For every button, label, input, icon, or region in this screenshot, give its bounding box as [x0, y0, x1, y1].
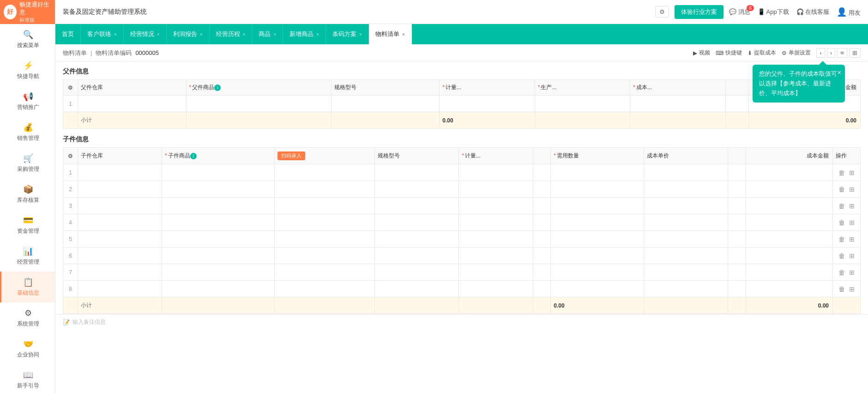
- child-spec-1[interactable]: [375, 164, 459, 181]
- delete-icon-8[interactable]: 🗑: [838, 285, 845, 293]
- single-settings-btn[interactable]: ⚙ 单据设置: [782, 49, 811, 57]
- navtab-5[interactable]: 商品×: [252, 24, 283, 44]
- child-unit-2[interactable]: [459, 181, 533, 198]
- child-product-4[interactable]: [162, 214, 274, 231]
- child-unit-6[interactable]: [459, 248, 533, 264]
- copy-icon-6[interactable]: ⊞: [849, 252, 855, 260]
- child-qty-2[interactable]: [551, 181, 644, 198]
- child-qty-1[interactable]: [551, 164, 644, 181]
- copy-icon-3[interactable]: ⊞: [849, 202, 855, 210]
- parent-warehouse-1[interactable]: [78, 96, 187, 112]
- copy-icon-8[interactable]: ⊞: [849, 285, 855, 293]
- child-spec-4[interactable]: [375, 214, 459, 231]
- navtab-close-6[interactable]: ×: [316, 32, 319, 37]
- online-service[interactable]: 🎧 在线客服: [796, 8, 830, 16]
- child-product-3[interactable]: [162, 198, 274, 214]
- tooltip-close-btn[interactable]: ×: [838, 67, 841, 78]
- note-placeholder[interactable]: 输入备注信息: [72, 318, 106, 326]
- child-warehouse-7[interactable]: [78, 264, 162, 281]
- navtab-close-7[interactable]: ×: [359, 32, 362, 37]
- parent-product-info-icon[interactable]: i: [214, 85, 221, 91]
- navtab-close-1[interactable]: ×: [114, 32, 117, 37]
- navtab-0[interactable]: 首页: [55, 24, 81, 44]
- child-spec-3[interactable]: [375, 198, 459, 214]
- navtab-1[interactable]: 客户联络×: [81, 24, 124, 44]
- navtab-close-2[interactable]: ×: [157, 32, 160, 37]
- topbar-settings-button[interactable]: ⚙: [655, 6, 669, 18]
- sidebar-item-quick-nav[interactable]: ⚡快捷导航: [0, 55, 55, 86]
- child-unit-cost-5[interactable]: [644, 231, 728, 248]
- child-qty-6[interactable]: [551, 248, 644, 264]
- delete-icon-3[interactable]: 🗑: [838, 202, 845, 210]
- child-spec-2[interactable]: [375, 181, 459, 198]
- navtab-7[interactable]: 条码方案×: [326, 24, 369, 44]
- prev-button[interactable]: ‹: [816, 48, 825, 58]
- sidebar-item-basic[interactable]: 📋基础信息: [0, 272, 55, 302]
- delete-icon-7[interactable]: 🗑: [838, 269, 845, 276]
- copy-icon-4[interactable]: ⊞: [849, 219, 855, 226]
- child-unit-cost-3[interactable]: [644, 198, 728, 214]
- child-spec-6[interactable]: [375, 248, 459, 264]
- sidebar-item-guide[interactable]: 📖新手引导: [0, 364, 55, 393]
- child-unit-8[interactable]: [459, 281, 533, 297]
- child-product-info-icon[interactable]: i: [190, 153, 197, 159]
- parent-spec-1[interactable]: [331, 96, 440, 112]
- message-badge[interactable]: 💬 消息 6: [729, 8, 750, 16]
- child-unit-cost-2[interactable]: [644, 181, 728, 198]
- child-spec-7[interactable]: [375, 264, 459, 281]
- child-gear-icon[interactable]: ⚙: [68, 153, 73, 159]
- delete-icon-2[interactable]: 🗑: [838, 186, 845, 193]
- child-qty-3[interactable]: [551, 198, 644, 214]
- navtab-2[interactable]: 经营情况×: [124, 24, 167, 44]
- parent-production-1[interactable]: [535, 96, 630, 112]
- sidebar-item-collab[interactable]: 🤝企业协同: [0, 333, 55, 364]
- child-spec-8[interactable]: [375, 281, 459, 297]
- navtab-close-4[interactable]: ×: [243, 32, 246, 37]
- child-unit-4[interactable]: [459, 214, 533, 231]
- sidebar-item-purchase[interactable]: 🛒采购管理: [0, 148, 55, 179]
- trial-button[interactable]: 体验行业方案: [675, 5, 723, 19]
- child-unit-3[interactable]: [459, 198, 533, 214]
- copy-icon-7[interactable]: ⊞: [849, 269, 855, 276]
- breadcrumb-home[interactable]: 物料清单: [63, 49, 87, 57]
- user-info[interactable]: 👤 用友: [837, 7, 861, 17]
- parent-cost-1[interactable]: [630, 96, 725, 112]
- child-unit-5[interactable]: [459, 231, 533, 248]
- child-product-5[interactable]: [162, 231, 274, 248]
- delete-icon-6[interactable]: 🗑: [838, 252, 845, 260]
- navtab-6[interactable]: 新增商品×: [283, 24, 326, 44]
- parent-product-1[interactable]: [186, 96, 331, 112]
- navtab-close-8[interactable]: ×: [402, 32, 405, 37]
- delete-icon-1[interactable]: 🗑: [838, 169, 845, 176]
- delete-icon-4[interactable]: 🗑: [838, 219, 845, 226]
- navtab-4[interactable]: 经营历程×: [210, 24, 253, 44]
- child-product-7[interactable]: [162, 264, 274, 281]
- child-warehouse-3[interactable]: [78, 198, 162, 214]
- child-qty-5[interactable]: [551, 231, 644, 248]
- app-download[interactable]: 📱 App下载: [758, 8, 789, 16]
- scan-button[interactable]: 扫码录入: [277, 151, 305, 160]
- copy-icon-1[interactable]: ⊞: [849, 169, 855, 176]
- navtab-3[interactable]: 利润报告×: [167, 24, 210, 44]
- sidebar-item-finance[interactable]: 💳资金管理: [0, 210, 55, 241]
- child-unit-cost-7[interactable]: [644, 264, 728, 281]
- child-unit-cost-8[interactable]: [644, 281, 728, 297]
- child-warehouse-5[interactable]: [78, 231, 162, 248]
- child-qty-4[interactable]: [551, 214, 644, 231]
- child-unit-cost-6[interactable]: [644, 248, 728, 264]
- child-unit-cost-1[interactable]: [644, 164, 728, 181]
- sidebar-item-marketing[interactable]: 📢营销推广: [0, 86, 55, 117]
- child-warehouse-1[interactable]: [78, 164, 162, 181]
- view-btn[interactable]: ▶ 视频: [693, 49, 710, 57]
- child-qty-7[interactable]: [551, 264, 644, 281]
- child-warehouse-2[interactable]: [78, 181, 162, 198]
- navtab-8[interactable]: 物料清单×: [369, 24, 412, 44]
- parent-unit-1[interactable]: [440, 96, 535, 112]
- list-view-button[interactable]: ≡: [837, 48, 847, 58]
- grid-view-button[interactable]: ⊞: [849, 48, 861, 58]
- navtab-close-3[interactable]: ×: [200, 32, 203, 37]
- sidebar-item-sales[interactable]: 💰销售管理: [0, 117, 55, 148]
- child-product-6[interactable]: [162, 248, 274, 264]
- child-warehouse-4[interactable]: [78, 214, 162, 231]
- child-qty-8[interactable]: [551, 281, 644, 297]
